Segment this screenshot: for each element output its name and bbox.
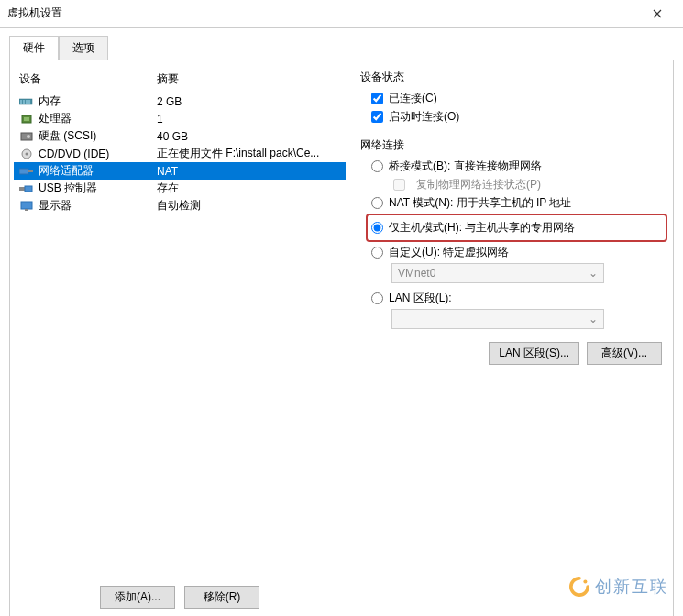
remove-button[interactable]: 移除(R) bbox=[184, 586, 259, 609]
custom-radio-input[interactable] bbox=[371, 247, 383, 258]
tab-strip: 硬件 选项 bbox=[9, 35, 674, 60]
radio-custom[interactable]: 自定义(U): 特定虚拟网络 bbox=[371, 245, 662, 260]
poweron-label: 启动时连接(O) bbox=[389, 109, 459, 125]
nat-radio-input[interactable] bbox=[371, 197, 383, 209]
device-summary: 1 bbox=[157, 113, 340, 126]
lan-segments-button[interactable]: LAN 区段(S)... bbox=[489, 342, 579, 365]
svg-rect-6 bbox=[24, 117, 29, 121]
svg-point-8 bbox=[27, 135, 30, 138]
device-list: 内存 2 GB 处理器 1 硬盘 (SCSI) 40 GB CD/DVD (ID… bbox=[14, 93, 346, 214]
close-icon bbox=[653, 9, 662, 18]
lan-radio-input[interactable] bbox=[371, 292, 383, 304]
device-name: CD/DVD (IDE) bbox=[39, 148, 109, 160]
radio-nat[interactable]: NAT 模式(N): 用于共享主机的 IP 地址 bbox=[371, 195, 662, 211]
device-summary: 2 GB bbox=[157, 95, 340, 108]
svg-point-10 bbox=[26, 152, 28, 155]
poweron-checkbox-input[interactable] bbox=[371, 111, 383, 123]
display-icon bbox=[19, 201, 34, 212]
chevron-down-icon: ⌄ bbox=[589, 313, 598, 325]
custom-label: 自定义(U): 特定虚拟网络 bbox=[389, 245, 509, 260]
device-row-network[interactable]: 网络适配器 NAT bbox=[14, 162, 346, 180]
custom-network-combo: VMnet0 ⌄ bbox=[391, 263, 604, 283]
device-row-memory[interactable]: 内存 2 GB bbox=[14, 93, 346, 110]
device-name: 硬盘 (SCSI) bbox=[39, 128, 96, 144]
device-row-display[interactable]: 显示器 自动检测 bbox=[14, 197, 346, 214]
hostonly-label: 仅主机模式(H): 与主机共享的专用网络 bbox=[389, 220, 575, 236]
device-name: 网络适配器 bbox=[39, 163, 94, 179]
lan-label: LAN 区段(L): bbox=[389, 291, 452, 306]
cpu-icon bbox=[19, 114, 34, 125]
svg-rect-13 bbox=[19, 187, 25, 191]
hostonly-radio-input[interactable] bbox=[371, 222, 383, 234]
device-status-title: 设备状态 bbox=[360, 70, 662, 85]
device-row-processor[interactable]: 处理器 1 bbox=[14, 110, 346, 127]
settings-detail-panel: 设备状态 已连接(C) 启动时连接(O) 网络连接 bbox=[349, 60, 673, 616]
network-connection-group: 网络连接 桥接模式(B): 直接连接物理网络 复制物理网络连接状态(P) NAT… bbox=[360, 138, 662, 329]
advanced-button[interactable]: 高级(V)... bbox=[587, 342, 662, 365]
cd-icon bbox=[19, 148, 34, 160]
checkbox-replicate: 复制物理网络连接状态(P) bbox=[371, 177, 662, 192]
header-summary: 摘要 bbox=[157, 72, 340, 87]
header-device: 设备 bbox=[19, 72, 157, 87]
lan-segment-combo: ⌄ bbox=[391, 309, 604, 329]
svg-rect-4 bbox=[28, 100, 30, 104]
disk-icon bbox=[19, 131, 34, 142]
checkbox-connect-at-poweron[interactable]: 启动时连接(O) bbox=[371, 109, 662, 125]
close-button[interactable] bbox=[639, 1, 676, 27]
main-panel: 设备 摘要 内存 2 GB 处理器 1 硬盘 (SCSI) 40 GB CD/D… bbox=[9, 60, 674, 616]
svg-rect-12 bbox=[28, 170, 33, 172]
hostonly-highlight: 仅主机模式(H): 与主机共享的专用网络 bbox=[366, 214, 667, 242]
usb-icon bbox=[19, 183, 34, 194]
network-icon bbox=[19, 166, 34, 177]
custom-combo-value: VMnet0 bbox=[398, 267, 435, 280]
device-name: 显示器 bbox=[39, 198, 72, 214]
bridged-label: 桥接模式(B): 直接连接物理网络 bbox=[389, 159, 542, 174]
svg-rect-3 bbox=[26, 100, 28, 104]
radio-hostonly[interactable]: 仅主机模式(H): 与主机共享的专用网络 bbox=[371, 220, 662, 236]
tab-hardware[interactable]: 硬件 bbox=[9, 36, 59, 60]
add-button[interactable]: 添加(A)... bbox=[100, 586, 175, 609]
replicate-checkbox-input bbox=[393, 179, 405, 191]
svg-rect-1 bbox=[20, 100, 22, 104]
titlebar: 虚拟机设置 bbox=[0, 0, 683, 28]
device-summary: 正在使用文件 F:\install pack\Ce... bbox=[157, 146, 340, 161]
chevron-down-icon: ⌄ bbox=[589, 267, 598, 280]
radio-lan[interactable]: LAN 区段(L): bbox=[371, 291, 662, 306]
svg-rect-14 bbox=[25, 186, 32, 192]
device-status-group: 设备状态 已连接(C) 启动时连接(O) bbox=[360, 70, 662, 125]
device-summary: 存在 bbox=[157, 181, 340, 196]
watermark-text: 创新互联 bbox=[595, 576, 668, 598]
svg-rect-11 bbox=[19, 169, 28, 174]
checkbox-connected[interactable]: 已连接(C) bbox=[371, 91, 662, 106]
device-name: USB 控制器 bbox=[39, 181, 97, 196]
nat-label: NAT 模式(N): 用于共享主机的 IP 地址 bbox=[389, 195, 571, 211]
watermark: 创新互联 bbox=[569, 576, 668, 598]
svg-rect-16 bbox=[25, 209, 28, 211]
device-row-cddvd[interactable]: CD/DVD (IDE) 正在使用文件 F:\install pack\Ce..… bbox=[14, 145, 346, 162]
device-summary: NAT bbox=[157, 165, 340, 178]
radio-bridged[interactable]: 桥接模式(B): 直接连接物理网络 bbox=[371, 159, 662, 174]
replicate-label: 复制物理网络连接状态(P) bbox=[416, 177, 541, 192]
bridged-radio-input[interactable] bbox=[371, 160, 383, 172]
device-list-header: 设备 摘要 bbox=[14, 70, 346, 89]
network-title: 网络连接 bbox=[360, 138, 662, 153]
watermark-logo-icon bbox=[569, 577, 589, 597]
tab-options[interactable]: 选项 bbox=[59, 36, 108, 60]
device-summary: 自动检测 bbox=[157, 198, 340, 214]
svg-point-17 bbox=[583, 579, 587, 583]
device-row-usb[interactable]: USB 控制器 存在 bbox=[14, 180, 346, 197]
device-name: 处理器 bbox=[39, 111, 72, 126]
connected-checkbox-input[interactable] bbox=[371, 93, 383, 104]
device-actions: 添加(A)... 移除(R) bbox=[14, 582, 346, 612]
device-row-disk[interactable]: 硬盘 (SCSI) 40 GB bbox=[14, 127, 346, 145]
connected-label: 已连接(C) bbox=[389, 91, 437, 106]
svg-rect-15 bbox=[21, 202, 32, 209]
memory-icon bbox=[19, 96, 34, 107]
window-title: 虚拟机设置 bbox=[7, 6, 62, 21]
svg-rect-2 bbox=[23, 100, 25, 104]
device-name: 内存 bbox=[39, 94, 61, 109]
device-list-panel: 设备 摘要 内存 2 GB 处理器 1 硬盘 (SCSI) 40 GB CD/D… bbox=[10, 60, 349, 616]
network-actions: LAN 区段(S)... 高级(V)... bbox=[360, 342, 662, 365]
device-summary: 40 GB bbox=[157, 130, 340, 143]
